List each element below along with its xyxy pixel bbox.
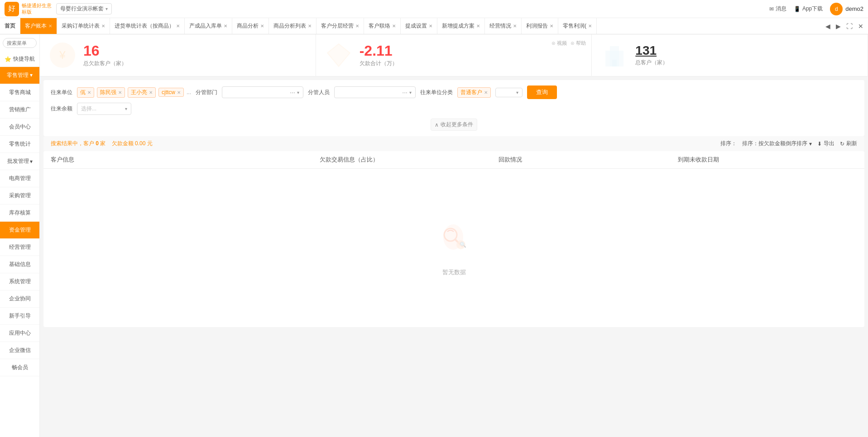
diamond-icon [325, 42, 352, 69]
sidebar-item-app-center[interactable]: 应用中心 [0, 325, 39, 342]
sidebar-item-enterprise-collab[interactable]: 企业协同 [0, 290, 39, 308]
sidebar-item-retail-stats[interactable]: 零售统计 [0, 136, 39, 153]
export-button[interactable]: ⬇ 导出 [817, 140, 834, 147]
sidebar-item-member-vip[interactable]: 畅会员 [0, 359, 39, 376]
tab-goods-analysis[interactable]: 商品分析 ✕ [232, 18, 269, 34]
category-tag-0[interactable]: 普通客户 ✕ [457, 87, 491, 98]
sidebar-item-member-center[interactable]: 会员中心 [0, 119, 39, 136]
tab-close-icon[interactable]: ✕ [392, 24, 396, 28]
sidebar-item-finance-mgmt[interactable]: 资金管理 [0, 222, 39, 239]
unit-tag-3[interactable]: cjttcw ✕ [158, 88, 184, 97]
stat-value-debt-customers: 16 [83, 43, 127, 58]
tab-prev-button[interactable]: ◀ [824, 22, 832, 31]
download-icon: 📱 [794, 6, 801, 12]
tab-home[interactable]: 首页 [0, 18, 20, 34]
tab-purchase-order-label: 采购订单统计表 [62, 22, 100, 30]
tab-profit-report[interactable]: 利润报告 ✕ [522, 18, 558, 34]
table-col-0: 客户信息 [51, 156, 320, 164]
search-input[interactable] [3, 38, 37, 48]
sidebar-item-retail-mgmt[interactable]: 零售管理 ▾ [0, 67, 39, 84]
tab-purchase-order[interactable]: 采购订单统计表 ✕ [57, 18, 110, 34]
sidebar-item-newbie-guide[interactable]: 新手引导 [0, 308, 39, 325]
tab-retail-profit-label: 零售利润( [563, 22, 586, 30]
unit-more-button[interactable]: ... [187, 89, 191, 95]
sidebar-item-retail-mall[interactable]: 零售商城 [0, 84, 39, 101]
unit-tag-close-3[interactable]: ✕ [177, 90, 181, 95]
content-area: ¥ 16 总欠款客户（家） -2.11 欠款合计（ [40, 34, 868, 437]
tab-close-icon[interactable]: ✕ [355, 24, 359, 28]
sidebar-item-marketing[interactable]: 营销推广 [0, 101, 39, 119]
tab-customer-contact[interactable]: 客户联络 ✕ [364, 18, 401, 34]
stat-label-debt-customers: 总欠款客户（家） [83, 60, 127, 67]
sidebar-item-quick-nav[interactable]: ⭐ 快捷导航 [0, 52, 39, 67]
collapse-button[interactable]: ∧ 收起更多条件 [431, 119, 477, 131]
tab-close-icon[interactable]: ✕ [48, 24, 52, 28]
tab-new-prompt[interactable]: 新增提成方案 ✕ [437, 18, 485, 34]
messages-button[interactable]: ✉ 消息 [769, 5, 786, 13]
tab-product-inbound[interactable]: 产成品入库单 ✕ [185, 18, 232, 34]
category-filter-dropdown[interactable]: ▾ [495, 88, 523, 97]
sort-select[interactable]: 排序：按欠款金额倒序排序 ▾ [742, 140, 812, 147]
unit-tag-0[interactable]: 佤 ✕ [77, 87, 94, 98]
person-filter-select[interactable]: ··· ▾ [334, 86, 416, 98]
coin-icon: ¥ [49, 42, 76, 69]
balance-filter-dropdown[interactable]: 选择... ▾ [77, 103, 131, 115]
tab-close-icon[interactable]: ✕ [224, 24, 227, 28]
tab-operations[interactable]: 经营情况 ✕ [485, 18, 522, 34]
tab-close-icon[interactable]: ✕ [308, 24, 312, 28]
collapse-arrow-icon: ∧ [435, 122, 439, 128]
tab-purchase-stats[interactable]: 进货单统计表（按商品） ✕ [110, 18, 185, 34]
sidebar-item-purchase-mgmt[interactable]: 采购管理 [0, 187, 39, 204]
tab-next-button[interactable]: ▶ [834, 22, 843, 31]
tab-close-icon[interactable]: ✕ [550, 24, 553, 28]
sidebar-item-system-mgmt[interactable]: 系统管理 [0, 273, 39, 290]
sidebar-item-wholesale-mgmt[interactable]: 批发管理 ▾ [0, 153, 39, 170]
sidebar-item-enterprise-wechat[interactable]: 企业微信 [0, 342, 39, 359]
tab-goods-analysis-list[interactable]: 商品分析列表 ✕ [269, 18, 317, 34]
tab-retail-profit[interactable]: 零售利润( ✕ [558, 18, 597, 34]
sidebar-item-inventory[interactable]: 库存核算 [0, 204, 39, 222]
tab-new-prompt-label: 新增提成方案 [442, 22, 475, 30]
video-link[interactable]: ⊙ 视频 [551, 40, 567, 47]
tab-goods-analysis-list-label: 商品分析列表 [273, 22, 306, 30]
stat-card-total-customers: 131 总客户（家） [592, 34, 868, 76]
tab-close-icon[interactable]: ✕ [176, 24, 180, 28]
sidebar-item-ecommerce[interactable]: 电商管理 [0, 170, 39, 187]
store-selector[interactable]: 母婴行业演示帐套 ▾ [56, 3, 112, 14]
user-profile[interactable]: d demo2 [830, 3, 863, 15]
logo-text: 畅捷通好生意 标版 [22, 3, 52, 14]
sidebar-item-operation-mgmt[interactable]: 经营管理 [0, 239, 39, 256]
unit-tag-close-1[interactable]: ✕ [118, 90, 122, 95]
unit-tag-2[interactable]: 王小亮 ✕ [128, 87, 156, 98]
dept-dots[interactable]: ··· [290, 89, 295, 96]
tab-prompt-settings[interactable]: 提成设置 ✕ [401, 18, 437, 34]
tab-close-icon[interactable]: ✕ [513, 24, 517, 28]
tab-customer-layer[interactable]: 客户分层经营 ✕ [317, 18, 364, 34]
help-link[interactable]: ⊙ 帮助 [571, 40, 586, 47]
quick-nav-icon: ⭐ [5, 56, 11, 62]
tab-customer-book[interactable]: 客户账本 ✕ [20, 18, 57, 34]
category-tag-close-0[interactable]: ✕ [484, 90, 488, 95]
unit-tag-1[interactable]: 陈民强 ✕ [97, 87, 125, 98]
unit-tag-close-0[interactable]: ✕ [87, 90, 91, 95]
person-dots[interactable]: ··· [402, 89, 408, 96]
tab-fullscreen-button[interactable]: ⛶ [844, 22, 854, 31]
collapse-label: 收起更多条件 [441, 121, 473, 128]
tab-close-icon[interactable]: ✕ [588, 24, 592, 28]
refresh-button[interactable]: ↻ 刷新 [840, 140, 857, 147]
sort-label: 排序：按欠款金额倒序排序 [742, 140, 807, 147]
main-layout: ⭐ 快捷导航 零售管理 ▾ 零售商城 营销推广 会员中心 零售统计 批发管理 ▾… [0, 34, 868, 437]
result-actions: 排序： 排序：按欠款金额倒序排序 ▾ ⬇ 导出 ↻ 刷新 [720, 140, 857, 147]
app-download-button[interactable]: 📱 App下载 [794, 5, 823, 13]
query-button[interactable]: 查询 [527, 86, 557, 99]
tab-close-icon[interactable]: ✕ [260, 24, 264, 28]
tab-close-icon[interactable]: ✕ [476, 24, 480, 28]
tab-purchase-stats-label: 进货单统计表（按商品） [115, 22, 174, 30]
unit-tag-close-2[interactable]: ✕ [149, 90, 153, 95]
sidebar-item-basic-info[interactable]: 基础信息 [0, 256, 39, 273]
tab-close-icon[interactable]: ✕ [101, 24, 105, 28]
dept-filter-select[interactable]: ··· ▾ [222, 86, 303, 98]
tab-close-icon[interactable]: ✕ [429, 24, 432, 28]
dept-arrow-icon: ▾ [297, 90, 299, 95]
tab-close-all-button[interactable]: ✕ [856, 22, 865, 31]
